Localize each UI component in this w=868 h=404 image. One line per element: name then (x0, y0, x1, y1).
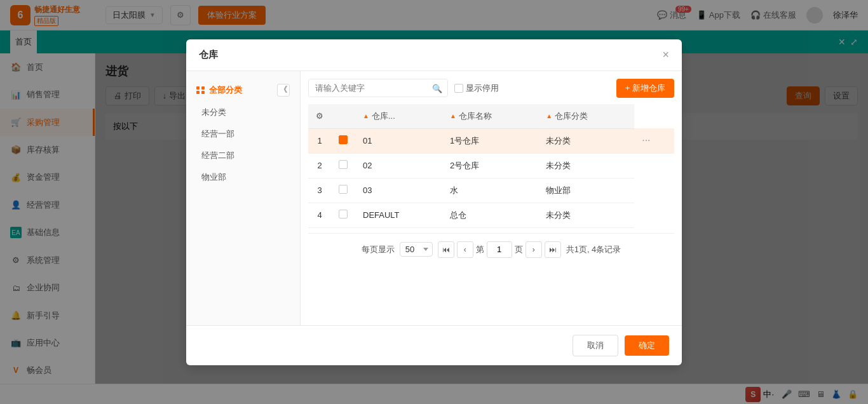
row-code: 02 (355, 153, 442, 178)
category-item-uncategorized[interactable]: 未分类 (186, 102, 300, 123)
row-code: DEFAULT (355, 203, 442, 227)
page-prev-button[interactable]: ‹ (457, 241, 473, 258)
row-name: 2号仓库 (442, 153, 538, 178)
th-category: ▲仓库分类 (538, 104, 634, 129)
row-code: 03 (355, 178, 442, 203)
table-row[interactable]: 3 03 水 物业部 (308, 178, 674, 203)
row-num: 2 (308, 153, 331, 178)
th-settings: ⚙ (308, 104, 331, 129)
table-row[interactable]: 1 01 1号仓库 未分类 ··· (308, 128, 674, 153)
pagination: 每页显示 50 100 ⏮ ‹ 第 页 › ⏭ 共1页, 4条记录 (308, 233, 674, 263)
warehouse-modal: 仓库 × 全部分类 《 未分类 经营一部 经营二部 物业部 (186, 39, 682, 365)
row-checkbox-cell[interactable] (331, 178, 355, 203)
show-disabled-label[interactable]: 显示停用 (454, 83, 499, 94)
add-warehouse-button[interactable]: + 新增仓库 (616, 79, 674, 98)
modal-footer: 取消 确定 (186, 325, 682, 365)
show-disabled-checkbox[interactable] (454, 84, 463, 93)
row-checkbox-cell[interactable] (331, 128, 355, 153)
all-category-item[interactable]: 全部分类 《 (186, 79, 300, 102)
row-num: 4 (308, 203, 331, 227)
category-item-ops1[interactable]: 经营一部 (186, 123, 300, 145)
cancel-button[interactable]: 取消 (573, 335, 618, 356)
warehouse-table: ⚙ ▲仓库... ▲仓库名称 ▲仓库分类 (308, 104, 674, 228)
category-item-property[interactable]: 物业部 (186, 166, 300, 188)
page-next-button[interactable]: › (526, 241, 542, 258)
modal-title: 仓库 (199, 49, 218, 61)
row-category: 未分类 (538, 203, 634, 227)
category-panel: 全部分类 《 未分类 经营一部 经营二部 物业部 (186, 71, 301, 325)
th-name: ▲仓库名称 (442, 104, 538, 129)
search-bar: 🔍 显示停用 + 新增仓库 (308, 79, 674, 98)
page-size-select[interactable]: 50 100 (400, 242, 433, 257)
page-last-button[interactable]: ⏭ (545, 241, 561, 258)
row-checkbox-cell[interactable] (331, 153, 355, 178)
row-action-cell[interactable]: ··· (634, 128, 674, 153)
th-code: ▲仓库... (355, 104, 442, 129)
search-icon[interactable]: 🔍 (432, 83, 442, 93)
row-name: 水 (442, 178, 538, 203)
row-code: 01 (355, 128, 442, 153)
category-item-ops2[interactable]: 经营二部 (186, 145, 300, 166)
confirm-button[interactable]: 确定 (625, 335, 669, 356)
table-row[interactable]: 4 DEFAULT 总仓 未分类 (308, 203, 674, 227)
row-num: 1 (308, 128, 331, 153)
table-row[interactable]: 2 02 2号仓库 未分类 (308, 153, 674, 178)
row-num: 3 (308, 178, 331, 203)
row-category: 未分类 (538, 153, 634, 178)
modal-overlay: 仓库 × 全部分类 《 未分类 经营一部 经营二部 物业部 (0, 0, 868, 404)
search-input-wrap: 🔍 (308, 79, 448, 97)
row-category: 物业部 (538, 178, 634, 203)
row-name: 总仓 (442, 203, 538, 227)
th-checkbox (331, 104, 355, 129)
page-nav: ⏮ ‹ 第 页 › ⏭ (438, 241, 561, 258)
grid-icon (196, 86, 205, 94)
modal-close-button[interactable]: × (662, 48, 669, 62)
row-name: 1号仓库 (442, 128, 538, 153)
page-first-button[interactable]: ⏮ (438, 241, 454, 258)
row-checkbox-cell[interactable] (331, 203, 355, 227)
collapse-panel-button[interactable]: 《 (277, 84, 290, 97)
row-action-icon[interactable]: ··· (642, 135, 650, 145)
search-input[interactable] (309, 79, 447, 97)
row-category: 未分类 (538, 128, 634, 153)
warehouse-list-panel: 🔍 显示停用 + 新增仓库 ⚙ ▲仓库 (301, 71, 682, 325)
modal-header: 仓库 × (186, 39, 682, 71)
page-number-input[interactable] (487, 241, 512, 258)
modal-body: 全部分类 《 未分类 经营一部 经营二部 物业部 🔍 (186, 71, 682, 325)
